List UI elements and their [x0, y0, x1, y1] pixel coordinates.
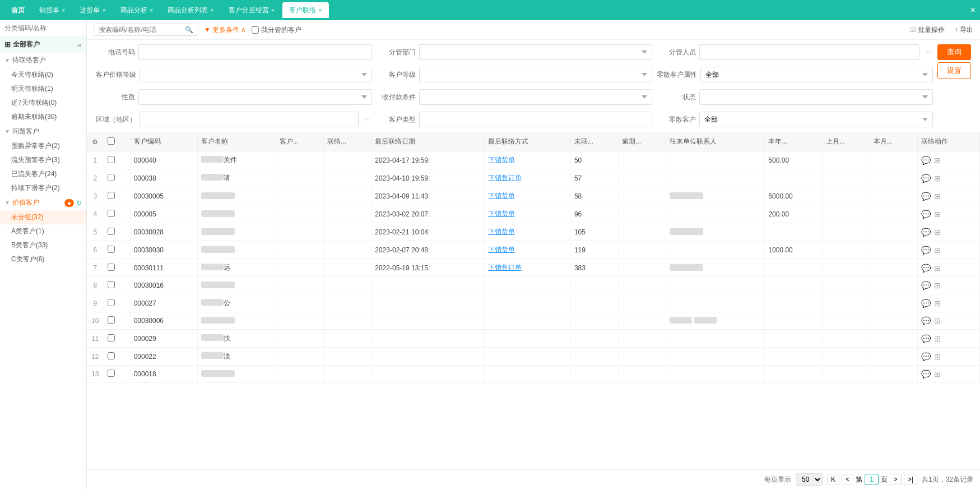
- cell-check[interactable]: [104, 205, 130, 223]
- chat-icon[interactable]: 💬: [921, 370, 931, 379]
- dots-region[interactable]: ···: [364, 116, 370, 123]
- tab-purchase-order[interactable]: 进货单 ×: [73, 2, 112, 18]
- chat-icon[interactable]: 💬: [921, 352, 931, 361]
- select-dept[interactable]: [419, 44, 653, 60]
- cell-check[interactable]: [104, 294, 130, 312]
- sidebar-group-value-customer[interactable]: ▼ 价值客户 ● ↻: [0, 195, 86, 210]
- chat-icon[interactable]: 💬: [921, 192, 931, 201]
- grid-action-icon[interactable]: ⊞: [934, 246, 941, 255]
- grid-action-icon[interactable]: ⊞: [934, 299, 941, 308]
- grid-action-icon[interactable]: ⊞: [934, 352, 941, 361]
- grid-action-icon[interactable]: ⊞: [934, 174, 941, 183]
- select-all-checkbox[interactable]: [108, 137, 115, 145]
- reset-button[interactable]: 设置: [937, 62, 971, 79]
- my-customers-check[interactable]: [252, 26, 259, 34]
- search-input[interactable]: [99, 26, 183, 34]
- sidebar-item-class-b[interactable]: B类客户(33): [0, 238, 86, 252]
- grid-action-icon[interactable]: ⊞: [934, 228, 941, 237]
- first-page-button[interactable]: K: [827, 474, 839, 485]
- tab-sales-order[interactable]: 销货单 ×: [32, 2, 72, 18]
- input-region[interactable]: [140, 112, 359, 127]
- dots-manager[interactable]: ···: [925, 48, 931, 56]
- chat-icon[interactable]: 💬: [921, 228, 931, 237]
- chat-icon[interactable]: 💬: [921, 174, 931, 183]
- grid-action-icon[interactable]: ⊞: [934, 192, 941, 201]
- sidebar-item-class-a[interactable]: A类客户(1): [0, 224, 86, 238]
- sidebar-group-problem-customer[interactable]: ▼ 问题客户: [0, 124, 86, 139]
- grid-action-icon[interactable]: ⊞: [934, 334, 941, 343]
- prev-page-button[interactable]: <: [842, 474, 853, 485]
- sidebar-item-hoarding-abnormal[interactable]: 囤购异常客户(2): [0, 139, 86, 153]
- chat-icon[interactable]: 💬: [921, 246, 931, 255]
- cell-check[interactable]: [104, 277, 130, 294]
- sidebar-item-today-pending[interactable]: 今天待联络(0): [0, 68, 86, 82]
- cell-check[interactable]: [104, 348, 130, 366]
- sidebar-item-tomorrow-pending[interactable]: 明天待联络(1): [0, 82, 86, 96]
- sidebar-item-week-pending[interactable]: 近7天待联络(0): [0, 96, 86, 110]
- chat-icon[interactable]: 💬: [921, 210, 931, 219]
- cell-check[interactable]: [104, 187, 130, 205]
- grid-action-icon[interactable]: ⊞: [934, 210, 941, 219]
- sidebar-all-customers[interactable]: ⊞ 全部客户 «: [0, 36, 86, 53]
- cell-check[interactable]: [104, 151, 130, 169]
- cell-check[interactable]: [104, 169, 130, 187]
- select-payment[interactable]: [419, 89, 653, 105]
- close-tab-purchase-order[interactable]: ×: [102, 7, 105, 13]
- grid-action-icon[interactable]: ⊞: [934, 264, 941, 273]
- batch-ops-button[interactable]: 批量操作: [910, 25, 945, 35]
- grid-action-icon[interactable]: ⊞: [934, 281, 941, 290]
- grid-action-icon[interactable]: ⊞: [934, 316, 941, 325]
- query-button[interactable]: 查询: [937, 44, 971, 60]
- chat-icon[interactable]: 💬: [921, 264, 931, 273]
- input-phone[interactable]: [138, 44, 372, 60]
- cell-check[interactable]: [104, 223, 130, 241]
- sidebar-group-pending-contact[interactable]: ▼ 待联络客户: [0, 53, 86, 68]
- tab-customer-segment[interactable]: 客户分层经营 ×: [222, 2, 281, 18]
- input-cust-type[interactable]: [419, 112, 653, 127]
- chat-icon[interactable]: 💬: [921, 316, 931, 325]
- sidebar-item-unclassified[interactable]: 未分组(32): [0, 210, 86, 224]
- sidebar-collapse-icon[interactable]: «: [77, 40, 82, 49]
- select-price-level[interactable]: [140, 67, 372, 82]
- th-settings[interactable]: ⚙: [87, 132, 104, 151]
- select-nature[interactable]: [138, 89, 372, 105]
- chat-icon[interactable]: 💬: [921, 156, 931, 165]
- chat-icon[interactable]: 💬: [921, 281, 931, 290]
- my-customers-checkbox[interactable]: 我分管的客户: [252, 25, 301, 35]
- cell-check[interactable]: [104, 312, 130, 330]
- select-retail-attr[interactable]: 全部: [700, 67, 933, 82]
- close-tab-customer-segment[interactable]: ×: [271, 7, 275, 13]
- refresh-icon[interactable]: ↻: [76, 199, 82, 207]
- select-cust-level[interactable]: [419, 67, 653, 82]
- chat-icon[interactable]: 💬: [921, 334, 931, 343]
- close-tab-sales-order[interactable]: ×: [62, 7, 65, 13]
- grid-action-icon[interactable]: ⊞: [934, 156, 941, 165]
- select-retail-cust[interactable]: 全部: [699, 112, 933, 127]
- select-status[interactable]: [699, 89, 933, 105]
- cell-check[interactable]: [104, 241, 130, 259]
- cell-check[interactable]: [104, 366, 130, 383]
- tab-home[interactable]: 首页: [4, 2, 31, 18]
- last-page-button[interactable]: >|: [904, 474, 917, 485]
- sidebar-search-input[interactable]: [4, 24, 87, 32]
- th-checkbox[interactable]: [104, 132, 130, 151]
- tab-customer-contact[interactable]: 客户联络 ×: [282, 2, 328, 18]
- sidebar-item-declining[interactable]: 持续下滑客户(2): [0, 181, 86, 195]
- close-tab-customer-contact[interactable]: ×: [318, 7, 322, 13]
- close-tab-product-analysis[interactable]: ×: [150, 7, 153, 13]
- sidebar-item-class-c[interactable]: C类客户(6): [0, 252, 86, 266]
- search-icon[interactable]: 🔍: [185, 26, 193, 34]
- cell-check[interactable]: [104, 330, 130, 348]
- cell-check[interactable]: [104, 259, 130, 277]
- tab-product-analysis[interactable]: 商品分析 ×: [114, 2, 160, 18]
- tab-product-analysis-list[interactable]: 商品分析列表 ×: [161, 2, 220, 18]
- sidebar-item-churned[interactable]: 已流失客户(24): [0, 167, 86, 181]
- grid-action-icon[interactable]: ⊞: [934, 370, 941, 379]
- input-manager[interactable]: [699, 44, 919, 60]
- next-page-button[interactable]: >: [890, 474, 902, 485]
- chat-icon[interactable]: 💬: [921, 299, 931, 308]
- per-page-select[interactable]: 50: [796, 473, 823, 486]
- close-all-button[interactable]: ×: [970, 5, 976, 15]
- export-button[interactable]: ↑ 导出: [955, 25, 973, 35]
- sidebar-item-churn-warning[interactable]: 流失预警客户(3): [0, 153, 86, 167]
